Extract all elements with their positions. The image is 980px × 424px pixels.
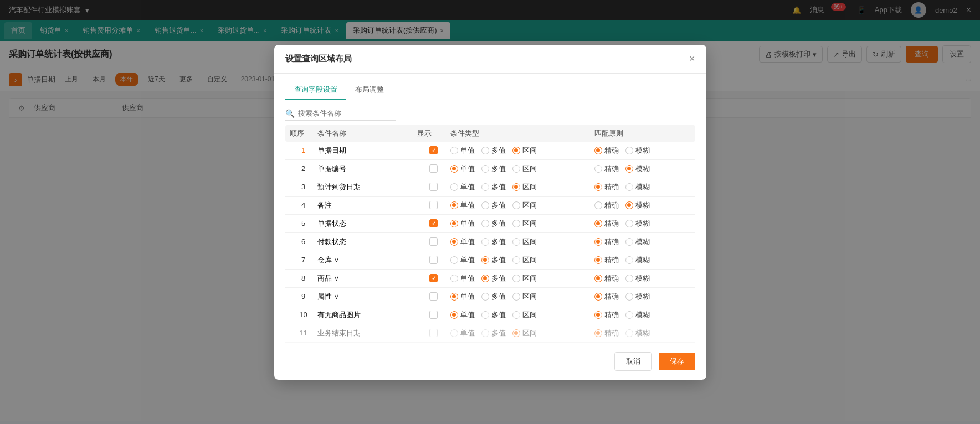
- radio-single-4[interactable]: [450, 201, 458, 209]
- row-6-match-exact[interactable]: 精确: [594, 237, 619, 247]
- row-2-match-exact[interactable]: 精确: [594, 164, 619, 174]
- radio-multi-11[interactable]: [481, 329, 489, 337]
- row-5-type-multi[interactable]: 多值: [481, 219, 506, 229]
- radio-exact-2[interactable]: [594, 165, 602, 173]
- row-10-display[interactable]: [417, 311, 450, 319]
- row-9-display[interactable]: [417, 292, 450, 301]
- radio-multi-7[interactable]: [481, 256, 489, 264]
- row-8-type-multi[interactable]: 多值: [481, 273, 506, 283]
- radio-fuzzy-9[interactable]: [625, 293, 633, 301]
- radio-range-4[interactable]: [512, 201, 520, 209]
- row-4-type-multi[interactable]: 多值: [481, 200, 506, 210]
- radio-exact-9[interactable]: [594, 293, 602, 301]
- row-2-checkbox[interactable]: [429, 164, 438, 173]
- row-7-match-exact[interactable]: 精确: [594, 255, 619, 265]
- row-6-type-single[interactable]: 单值: [450, 237, 475, 247]
- radio-single-8[interactable]: [450, 275, 458, 282]
- row-6-display[interactable]: [417, 237, 450, 246]
- row-3-type-single[interactable]: 单值: [450, 182, 475, 192]
- row-1-type-multi[interactable]: 多值: [481, 146, 506, 156]
- radio-single-1[interactable]: [450, 147, 458, 154]
- radio-fuzzy-10[interactable]: [625, 311, 633, 319]
- radio-fuzzy-4[interactable]: [625, 201, 633, 209]
- radio-fuzzy-5[interactable]: [625, 220, 633, 227]
- row-5-display[interactable]: [417, 219, 450, 227]
- row-8-type-single[interactable]: 单值: [450, 273, 475, 283]
- row-5-checkbox[interactable]: [429, 219, 438, 227]
- row-2-type-multi[interactable]: 多值: [481, 164, 506, 174]
- row-11-type-single[interactable]: 单值: [450, 328, 475, 338]
- row-5-match-exact[interactable]: 精确: [594, 219, 619, 229]
- row-11-type-multi[interactable]: 多值: [481, 328, 506, 338]
- radio-single-5[interactable]: [450, 220, 458, 227]
- row-8-checkbox[interactable]: [429, 274, 438, 282]
- search-input[interactable]: [298, 109, 387, 117]
- radio-fuzzy-7[interactable]: [625, 256, 633, 264]
- radio-single-7[interactable]: [450, 256, 458, 264]
- row-10-type-multi[interactable]: 多值: [481, 310, 506, 320]
- row-9-match-fuzzy[interactable]: 模糊: [625, 292, 650, 302]
- row-2-display[interactable]: [417, 164, 450, 173]
- radio-fuzzy-11[interactable]: [625, 329, 633, 337]
- row-5-match-fuzzy[interactable]: 模糊: [625, 219, 650, 229]
- row-8-match-exact[interactable]: 精确: [594, 273, 619, 283]
- radio-range-11[interactable]: [512, 329, 520, 337]
- radio-multi-10[interactable]: [481, 311, 489, 319]
- row-8-type-range[interactable]: 区间: [512, 273, 537, 283]
- radio-fuzzy-2[interactable]: [625, 165, 633, 173]
- radio-multi-9[interactable]: [481, 293, 489, 301]
- row-5-type-single[interactable]: 单值: [450, 219, 475, 229]
- row-2-match-fuzzy[interactable]: 模糊: [625, 164, 650, 174]
- save-button[interactable]: 保存: [659, 353, 695, 370]
- row-3-type-multi[interactable]: 多值: [481, 182, 506, 192]
- radio-fuzzy-6[interactable]: [625, 238, 633, 246]
- radio-range-2[interactable]: [512, 165, 520, 173]
- radio-single-6[interactable]: [450, 238, 458, 246]
- row-1-type-range[interactable]: 区间: [512, 146, 537, 156]
- radio-exact-8[interactable]: [594, 275, 602, 282]
- radio-range-8[interactable]: [512, 275, 520, 282]
- radio-exact-7[interactable]: [594, 256, 602, 264]
- row-11-type-range[interactable]: 区间: [512, 328, 537, 338]
- row-3-display[interactable]: [417, 183, 450, 191]
- row-4-display[interactable]: [417, 201, 450, 209]
- radio-multi-5[interactable]: [481, 220, 489, 227]
- row-4-match-exact[interactable]: 精确: [594, 200, 619, 210]
- radio-single-3[interactable]: [450, 183, 458, 191]
- radio-range-7[interactable]: [512, 256, 520, 264]
- radio-single-10[interactable]: [450, 311, 458, 319]
- row-1-type-single[interactable]: 单值: [450, 146, 475, 156]
- row-10-type-range[interactable]: 区间: [512, 310, 537, 320]
- radio-range-10[interactable]: [512, 311, 520, 319]
- row-1-match-exact[interactable]: 精确: [594, 146, 619, 156]
- row-1-match-fuzzy[interactable]: 模糊: [625, 146, 650, 156]
- radio-multi-8[interactable]: [481, 275, 489, 282]
- row-3-match-fuzzy[interactable]: 模糊: [625, 182, 650, 192]
- row-10-match-exact[interactable]: 精确: [594, 310, 619, 320]
- row-11-match-exact[interactable]: 精确: [594, 328, 619, 338]
- row-10-type-single[interactable]: 单值: [450, 310, 475, 320]
- row-4-checkbox[interactable]: [429, 201, 438, 209]
- row-11-display[interactable]: [417, 329, 450, 337]
- row-1-checkbox[interactable]: [429, 146, 438, 154]
- radio-range-9[interactable]: [512, 293, 520, 301]
- radio-multi-4[interactable]: [481, 201, 489, 209]
- cancel-button[interactable]: 取消: [614, 352, 652, 371]
- row-9-type-multi[interactable]: 多值: [481, 292, 506, 302]
- row-10-checkbox[interactable]: [429, 311, 438, 319]
- radio-single-2[interactable]: [450, 165, 458, 173]
- row-10-match-fuzzy[interactable]: 模糊: [625, 310, 650, 320]
- dialog-tab-layout[interactable]: 布局调整: [346, 80, 393, 100]
- row-1-display[interactable]: [417, 146, 450, 154]
- radio-multi-6[interactable]: [481, 238, 489, 246]
- radio-range-6[interactable]: [512, 238, 520, 246]
- row-7-match-fuzzy[interactable]: 模糊: [625, 255, 650, 265]
- row-11-match-fuzzy[interactable]: 模糊: [625, 328, 650, 338]
- radio-multi-3[interactable]: [481, 183, 489, 191]
- row-6-type-multi[interactable]: 多值: [481, 237, 506, 247]
- radio-exact-10[interactable]: [594, 311, 602, 319]
- row-6-checkbox[interactable]: [429, 237, 438, 246]
- row-9-match-exact[interactable]: 精确: [594, 292, 619, 302]
- row-2-type-single[interactable]: 单值: [450, 164, 475, 174]
- row-8-match-fuzzy[interactable]: 模糊: [625, 273, 650, 283]
